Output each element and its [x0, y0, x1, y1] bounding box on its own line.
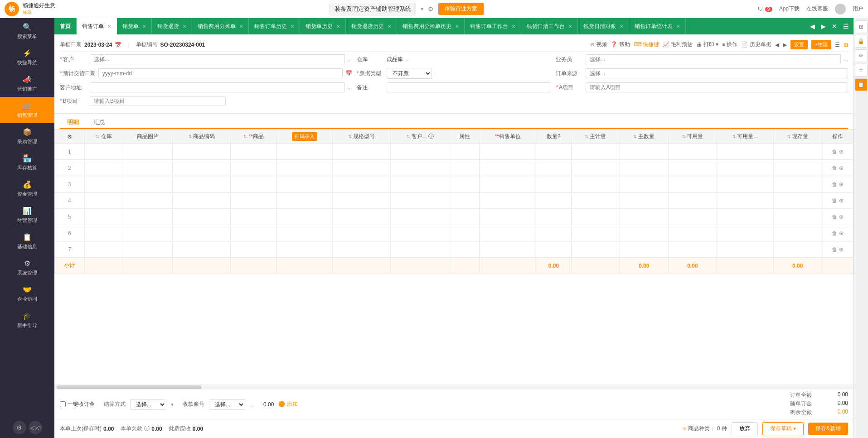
side-panel-btn-5[interactable]: 📋 [855, 78, 868, 91]
cell-1-sales_unit[interactable] [480, 144, 536, 160]
cell-7-main_qty[interactable] [620, 241, 668, 258]
sidebar-item-新手引导[interactable]: 🎓新手引导 [0, 307, 54, 333]
user-name[interactable]: 用户 [853, 5, 863, 13]
sidebar-item-采购管理[interactable]: 📦采购管理 [0, 123, 54, 149]
horizontal-scrollbar[interactable] [54, 385, 853, 389]
delete-icon-4[interactable]: 🗑 [832, 197, 837, 204]
account-select[interactable]: 选择... [209, 399, 245, 410]
cell-2-sales_unit[interactable] [480, 160, 536, 176]
cell-1-code[interactable] [172, 144, 230, 160]
sort-icon-12[interactable]: ⇅ [633, 134, 637, 139]
tab-close-all-button[interactable]: ✕ [829, 22, 839, 31]
cell-4-customer_code[interactable] [391, 193, 450, 209]
quick-checkout-input[interactable] [60, 401, 66, 407]
tab-close-5[interactable]: ✕ [291, 24, 294, 29]
abandon-button[interactable]: 放弃 [732, 422, 758, 435]
cell-6-product[interactable] [230, 225, 276, 241]
cell-3-customer_code[interactable] [391, 176, 450, 193]
online-service-link[interactable]: 在线客服 [806, 5, 828, 13]
copy-icon-2[interactable]: ⊕ [839, 165, 844, 171]
sort-icon-6[interactable]: ⇅ [348, 134, 352, 139]
col-header-settings[interactable]: ⚙ [55, 130, 85, 144]
cell-6-main_unit[interactable] [571, 225, 620, 241]
tab-close-4[interactable]: ✕ [239, 24, 243, 29]
tab-9[interactable]: 销售订单工作台✕ [465, 18, 521, 34]
dropdown-arrow-icon[interactable]: ▾ [421, 6, 423, 12]
cell-3-settings[interactable]: 3 [55, 176, 85, 193]
delete-icon-7[interactable]: 🗑 [832, 246, 837, 253]
cell-2-scan[interactable] [277, 160, 332, 176]
remark-input[interactable] [387, 82, 552, 92]
cell-7-warehouse[interactable] [84, 241, 123, 258]
tab-close-9[interactable]: ✕ [512, 24, 515, 29]
copy-icon-5[interactable]: ⊕ [839, 214, 844, 220]
layout-grid-icon[interactable]: ⊞ [844, 42, 848, 48]
invoice-type-select[interactable]: 不开票 [387, 68, 432, 79]
cell-6-settings[interactable]: 6 [55, 225, 85, 241]
payment-method-select[interactable]: 选择... [130, 399, 166, 410]
cell-6-scan[interactable] [277, 225, 332, 241]
cell-7-image[interactable] [123, 241, 172, 258]
tab-10[interactable]: 钱货日清工作台✕ [521, 18, 578, 34]
cell-5-image[interactable] [123, 209, 172, 225]
tab-1[interactable]: 销售订单✕ [77, 18, 117, 34]
cell-7-code[interactable] [172, 241, 230, 258]
copy-icon-6[interactable]: ⊕ [839, 230, 844, 236]
cell-2-available2[interactable] [717, 160, 773, 176]
cell-4-spec[interactable] [332, 193, 390, 209]
tab-3[interactable]: 销货退货✕ [152, 18, 192, 34]
cell-6-action[interactable]: 🗑⊕ [822, 225, 853, 241]
cell-4-action[interactable]: 🗑⊕ [822, 193, 853, 209]
tab-11[interactable]: 钱货日清对账✕ [578, 18, 629, 34]
tab-8[interactable]: 销售费用分摊单历史✕ [397, 18, 465, 34]
b-project-input[interactable] [90, 96, 226, 106]
cell-7-stock[interactable] [773, 241, 822, 258]
cell-2-warehouse[interactable] [84, 160, 123, 176]
sidebar-collapse-button[interactable]: ◁◁ [29, 421, 42, 434]
sidebar-item-基础信息[interactable]: 📋基础信息 [0, 228, 54, 255]
cell-5-sales_unit[interactable] [480, 209, 536, 225]
tab-2[interactable]: 销货单✕ [117, 18, 152, 34]
delete-icon-1[interactable]: 🗑 [832, 149, 837, 155]
tab-5[interactable]: 销售订单历史✕ [249, 18, 300, 34]
customer-input[interactable] [90, 54, 345, 64]
sidebar-settings-button[interactable]: ⚙ [13, 421, 26, 434]
cell-1-spec[interactable] [332, 144, 390, 160]
view-video-button[interactable]: ⊙ 视频 [590, 41, 607, 48]
cell-2-action[interactable]: 🗑⊕ [822, 160, 853, 176]
cell-7-product[interactable] [230, 241, 276, 258]
cell-7-customer_code[interactable] [391, 241, 450, 258]
operation-button[interactable]: ≡ 操作 [722, 41, 737, 48]
cell-1-image[interactable] [123, 144, 172, 160]
add-payment-button[interactable]: 🟠 添加 [278, 400, 297, 408]
cell-5-warehouse[interactable] [84, 209, 123, 225]
cell-4-attribute[interactable] [450, 193, 480, 209]
cell-7-settings[interactable]: 7 [55, 241, 85, 258]
account-more-button[interactable]: ... [250, 401, 254, 408]
side-panel-btn-1[interactable]: ⊞ [855, 20, 868, 33]
cell-2-spec[interactable] [332, 160, 390, 176]
cell-2-settings[interactable]: 2 [55, 160, 85, 176]
cell-6-available2[interactable] [717, 225, 773, 241]
cell-7-available2[interactable] [717, 241, 773, 258]
info-icon[interactable]: ⓘ [144, 425, 150, 433]
tab-close-11[interactable]: ✕ [620, 24, 623, 29]
app-download-link[interactable]: App下载 [779, 5, 800, 13]
cell-5-qty2[interactable] [536, 209, 572, 225]
tab-6[interactable]: 销货单历史✕ [300, 18, 346, 34]
cell-1-warehouse[interactable] [84, 144, 123, 160]
copy-icon-1[interactable]: ⊕ [839, 149, 844, 155]
cell-6-qty2[interactable] [536, 225, 572, 241]
cell-5-settings[interactable]: 5 [55, 209, 85, 225]
cell-1-scan[interactable] [277, 144, 332, 160]
cell-7-available[interactable] [668, 241, 717, 258]
cell-5-product[interactable] [230, 209, 276, 225]
cell-6-customer_code[interactable] [391, 225, 450, 241]
cell-1-main_unit[interactable] [571, 144, 620, 160]
cell-4-available2[interactable] [717, 193, 773, 209]
cell-5-spec[interactable] [332, 209, 390, 225]
sort-icon-1[interactable]: ⇅ [96, 134, 99, 139]
calendar-icon[interactable]: 📅 [115, 42, 121, 48]
cell-3-image[interactable] [123, 176, 172, 193]
cell-4-sales_unit[interactable] [480, 193, 536, 209]
